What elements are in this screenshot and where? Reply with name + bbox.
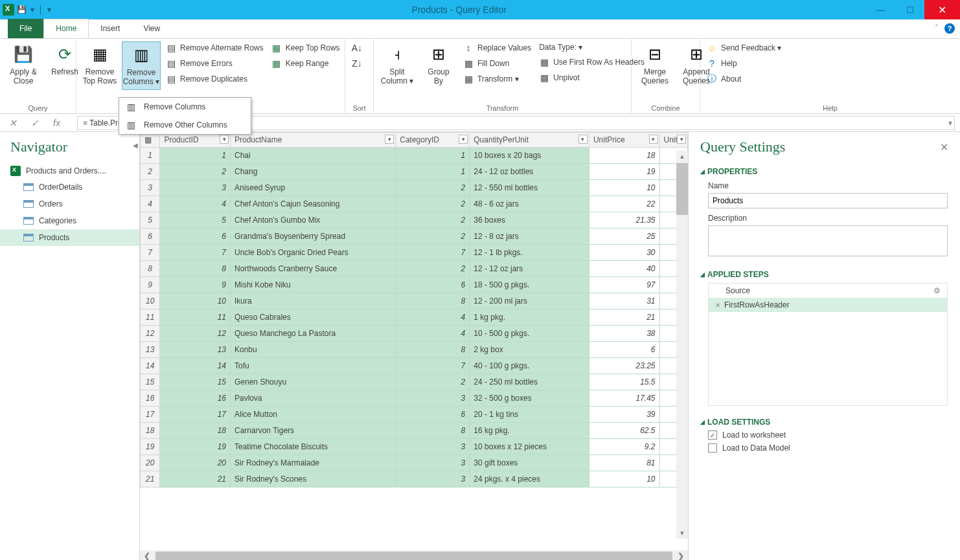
cell-productid[interactable]: 4	[160, 196, 231, 212]
table-row[interactable]: 1010Ikura812 - 200 ml jars31	[141, 293, 688, 309]
table-row[interactable]: 44Chef Anton's Cajun Seasoning248 - 6 oz…	[141, 196, 688, 212]
cell-unitprice[interactable]: 22	[589, 196, 659, 212]
cell-quantity[interactable]: 24 - 250 ml bottles	[470, 374, 589, 390]
cell-categoryid[interactable]: 8	[396, 293, 470, 309]
table-row[interactable]: 2121Sir Rodney's Scones324 pkgs. x 4 pie…	[141, 471, 688, 487]
data-type-button[interactable]: Data Type: ▾	[536, 41, 647, 53]
cell-quantity[interactable]: 18 - 500 g pkgs.	[470, 277, 589, 293]
cell-productname[interactable]: Carnarvon Tigers	[231, 423, 396, 439]
cell-productid[interactable]: 14	[160, 358, 231, 374]
home-tab[interactable]: Home	[43, 19, 89, 38]
cell-quantity[interactable]: 1 kg pkg.	[470, 309, 589, 326]
cell-quantity[interactable]: 12 - 550 ml bottles	[470, 180, 589, 196]
cell-unitprice[interactable]: 10	[589, 180, 659, 196]
table-row[interactable]: 1818Carnarvon Tigers816 kg pkg.62.5	[141, 423, 688, 439]
cell-productname[interactable]: Queso Cabrales	[231, 309, 396, 326]
scroll-thumb[interactable]	[676, 163, 688, 215]
minimize-button[interactable]: —	[866, 0, 895, 19]
settings-close-icon[interactable]: ✕	[940, 141, 948, 153]
table-row[interactable]: 33Aniseed Syrup212 - 550 ml bottles10	[141, 180, 688, 196]
keep-top-rows-button[interactable]: ▦Keep Top Rows	[269, 41, 343, 54]
column-header-quantityperunit[interactable]: QuantityPerUnit▾	[470, 133, 589, 148]
cell-productid[interactable]: 15	[160, 374, 231, 390]
unpivot-button[interactable]: ▦Unpivot	[536, 71, 647, 84]
step-firstrowasheader[interactable]: ✕FirstRowAsHeader	[709, 298, 947, 312]
load-settings-header[interactable]: ◢LOAD SETTINGS	[700, 418, 948, 427]
cell-productid[interactable]: 7	[160, 245, 231, 261]
cell-categoryid[interactable]: 3	[396, 455, 470, 471]
column-header-unitprice[interactable]: UnitPrice▾	[589, 133, 659, 148]
cell-unitprice[interactable]: 10	[589, 471, 659, 487]
cell-quantity[interactable]: 12 - 1 lb pkgs.	[470, 245, 589, 261]
cell-productid[interactable]: 18	[160, 423, 231, 439]
cell-categoryid[interactable]: 6	[396, 277, 470, 293]
cell-productid[interactable]: 11	[160, 309, 231, 326]
cell-unitprice[interactable]: 15.5	[589, 374, 659, 390]
dropdown-remove-other-columns[interactable]: ▥Remove Other Columns	[119, 116, 251, 134]
navigator-root[interactable]: Products and Orders....	[0, 163, 139, 179]
cell-quantity[interactable]: 24 pkgs. x 4 pieces	[470, 471, 589, 487]
file-tab[interactable]: File	[8, 19, 43, 38]
cell-productname[interactable]: Konbu	[231, 342, 396, 358]
table-row[interactable]: 1616Pavlova332 - 500 g boxes17.45	[141, 390, 688, 407]
save-icon[interactable]: 💾	[16, 5, 28, 14]
sort-asc-button[interactable]: A↓	[349, 41, 365, 54]
table-row[interactable]: 11Chai110 boxes x 20 bags18	[141, 148, 688, 164]
cell-productname[interactable]: Aniseed Syrup	[231, 180, 396, 196]
cell-productname[interactable]: Chef Anton's Cajun Seasoning	[231, 196, 396, 212]
cell-productname[interactable]: Alice Mutton	[231, 407, 396, 423]
sort-desc-button[interactable]: Z↓	[349, 57, 365, 70]
split-column-button[interactable]: ⫞ Split Column ▾	[378, 41, 417, 89]
cell-quantity[interactable]: 36 boxes	[470, 212, 589, 229]
remove-columns-button[interactable]: ▥ Remove Columns ▾	[122, 41, 161, 90]
replace-values-button[interactable]: ↕Replace Values	[461, 41, 534, 54]
cell-productid[interactable]: 16	[160, 390, 231, 407]
cell-quantity[interactable]: 10 boxes x 12 pieces	[470, 439, 589, 455]
cell-quantity[interactable]: 12 - 8 oz jars	[470, 229, 589, 245]
cell-unitprice[interactable]: 39	[589, 407, 659, 423]
cell-productname[interactable]: Chai	[231, 148, 396, 164]
group-by-button[interactable]: ⊞ Group By	[419, 41, 458, 89]
table-row[interactable]: 66Grandma's Boysenberry Spread212 - 8 oz…	[141, 229, 688, 245]
about-button[interactable]: ⓘAbout	[704, 73, 784, 85]
close-button[interactable]: ✕	[924, 0, 960, 19]
filter-icon[interactable]: ▾	[578, 135, 588, 144]
horizontal-scrollbar[interactable]: ❮ ❯	[140, 550, 688, 560]
qat-caret-icon[interactable]: ▾	[46, 5, 52, 14]
cell-unitprice[interactable]: 62.5	[589, 423, 659, 439]
filter-icon[interactable]: ▾	[459, 135, 468, 144]
cell-quantity[interactable]: 10 - 500 g pkgs.	[470, 326, 589, 342]
navigator-item-categories[interactable]: Categories	[0, 212, 139, 229]
cell-unitprice[interactable]: 40	[589, 261, 659, 277]
cell-productid[interactable]: 2	[160, 164, 231, 180]
cell-quantity[interactable]: 2 kg box	[470, 342, 589, 358]
vertical-scrollbar[interactable]: ▲ ▼	[676, 150, 688, 539]
cell-categoryid[interactable]: 8	[396, 423, 470, 439]
cell-categoryid[interactable]: 3	[396, 390, 470, 407]
cell-categoryid[interactable]: 2	[396, 180, 470, 196]
cell-categoryid[interactable]: 6	[396, 407, 470, 423]
description-input[interactable]	[708, 225, 948, 256]
cell-categoryid[interactable]: 2	[396, 261, 470, 277]
collapse-ribbon-icon[interactable]: ˆ	[935, 24, 938, 33]
remove-top-rows-button[interactable]: ▦ Remove Top Rows	[80, 41, 119, 89]
send-feedback-button[interactable]: ☺Send Feedback ▾	[704, 41, 784, 54]
cell-categoryid[interactable]: 2	[396, 196, 470, 212]
cell-quantity[interactable]: 20 - 1 kg tins	[470, 407, 589, 423]
cell-unitprice[interactable]: 30	[589, 245, 659, 261]
keep-range-button[interactable]: ▦Keep Range	[269, 57, 343, 70]
cell-unitprice[interactable]: 17.45	[589, 390, 659, 407]
table-row[interactable]: 1717Alice Mutton620 - 1 kg tins39	[141, 407, 688, 423]
load-worksheet-checkbox[interactable]: ✓Load to worksheet	[708, 431, 948, 440]
cell-categoryid[interactable]: 8	[396, 342, 470, 358]
cell-unitprice[interactable]: 38	[589, 326, 659, 342]
cell-unitprice[interactable]: 21.35	[589, 212, 659, 229]
cell-categoryid[interactable]: 4	[396, 326, 470, 342]
gear-icon[interactable]: ⚙	[933, 286, 941, 295]
filter-icon[interactable]: ▾	[677, 135, 686, 144]
cell-quantity[interactable]: 30 gift boxes	[470, 455, 589, 471]
apply-close-button[interactable]: 💾 Apply & Close	[4, 41, 43, 89]
navigator-item-orders[interactable]: Orders	[0, 196, 139, 212]
fx-icon[interactable]: fx	[49, 118, 64, 128]
cell-productname[interactable]: Chef Anton's Gumbo Mix	[231, 212, 396, 229]
